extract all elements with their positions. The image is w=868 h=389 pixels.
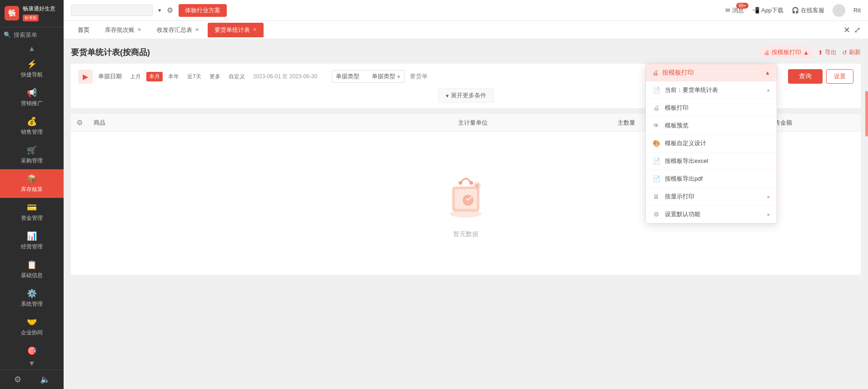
template-print-label: 模板打印 xyxy=(665,104,688,112)
sidebar-item-label: 资金管理 xyxy=(21,214,43,222)
export-btn[interactable]: ⬆ 导出 xyxy=(818,48,837,56)
chevron-up-icon: ▲ xyxy=(803,49,809,56)
template-custom-label: 模板自定义设计 xyxy=(665,139,706,147)
sidebar-search[interactable]: 🔍 搜索菜单 xyxy=(0,27,64,43)
sidebar-item-label: 企业协同 xyxy=(21,329,43,337)
page-header: 要货单统计表(按商品) 🖨 按模板打印 ▲ ⬆ 导出 ↺ 刷新 xyxy=(71,46,861,58)
expand-btn[interactable]: ▾ 展开更多条件 xyxy=(438,88,494,103)
sidebar-item-marketing[interactable]: 📢 营销推广 xyxy=(0,83,64,112)
dropdown-item-template-excel[interactable]: 📄 按模板导出excel xyxy=(646,152,777,170)
sidebar-item-system[interactable]: ⚙️ 系统管理 xyxy=(0,284,64,313)
operation-icon: 📊 xyxy=(27,231,37,241)
sidebar-item-inventory[interactable]: 📦 库存核算 xyxy=(0,169,64,198)
tab-expand-icon[interactable]: ⤢ xyxy=(854,25,861,35)
date-range-text: 2023-06-01 至 2023-06-30 xyxy=(253,73,317,81)
printer-icon: 🖨 xyxy=(764,49,770,56)
app-download-btn[interactable]: 📲 App下载 xyxy=(752,6,783,15)
avatar[interactable] xyxy=(833,4,845,17)
set-default-label: 设置默认功能 xyxy=(665,210,700,218)
sidebar-bottom: ⚙ 🔈 xyxy=(0,369,64,389)
dropdown-set-default[interactable]: ⚙ 设置默认功能 ▸ xyxy=(646,206,777,223)
messages-badge: 99+ xyxy=(736,3,748,9)
tab-home[interactable]: 首页 xyxy=(71,23,96,37)
display-print-chevron: ▸ xyxy=(768,194,770,200)
sidebar-item-label: 系统管理 xyxy=(21,300,43,308)
tab-order-summary-close[interactable]: ✕ xyxy=(253,27,257,33)
date-btn-this-month[interactable]: 本月 xyxy=(146,72,163,81)
sidebar-item-shortcut[interactable]: ⚡ 快捷导航 xyxy=(0,55,64,83)
settings-bottom-icon[interactable]: ⚙ xyxy=(14,374,21,384)
dropdown-item-template-preview[interactable]: 👁 模板预览 xyxy=(646,117,777,135)
dropdown-display-print[interactable]: 🖥 按显示打印 ▸ xyxy=(646,188,777,206)
date-btn-7days[interactable]: 近7天 xyxy=(185,72,204,81)
set-default-icon: ⚙ xyxy=(652,211,660,218)
messages-btn[interactable]: ✉ 消息 99+ xyxy=(725,6,744,15)
sidebar-item-label: 库存核算 xyxy=(21,186,43,193)
tab-close-all-icon[interactable]: ✕ xyxy=(843,25,850,35)
dropdown-header[interactable]: 🖨 按模板打印 ▲ xyxy=(646,64,777,81)
tabs-bar: 首页 库存批次账 ✕ 收发存汇总表 ✕ 要货单统计表 ✕ ✕ ⤢ xyxy=(64,21,868,39)
tab-receipt-summary[interactable]: 收发存汇总表 ✕ xyxy=(150,23,206,37)
dropdown-current-label: 当前：要货单统计表 xyxy=(665,86,718,94)
sidebar-item-operation[interactable]: 📊 经营管理 xyxy=(0,227,64,255)
sidebar-item-purchase[interactable]: 🛒 采购管理 xyxy=(0,141,64,169)
dropdown-item-template-print[interactable]: 🖨 模板打印 xyxy=(646,99,777,117)
header-search-input[interactable] xyxy=(71,5,153,16)
tab-inventory-batch[interactable]: 库存批次账 ✕ xyxy=(98,23,148,37)
display-print-icon: 🖥 xyxy=(652,193,660,200)
page-title: 要货单统计表(按商品) xyxy=(71,47,150,58)
template-excel-label: 按模板导出excel xyxy=(665,157,708,165)
date-btn-this-year[interactable]: 本年 xyxy=(165,72,182,81)
app-logo-icon: 畅 xyxy=(5,6,19,20)
filter-toggle-btn[interactable]: ▶ xyxy=(78,70,93,84)
filter-dates: 上月 本月 本年 近7天 更多 自定义 xyxy=(127,72,248,81)
col-product-header: 商品 xyxy=(94,119,394,127)
template-pdf-label: 按模板导出pdf xyxy=(665,175,703,183)
sidebar-item-sales[interactable]: 💰 销售管理 xyxy=(0,112,64,141)
sidebar: 畅 畅康通好生意 标准版 🔍 搜索菜单 ▲ ⚡ 快捷导航 📢 营销推广 💰 销售… xyxy=(0,0,64,389)
tab-receipt-summary-close[interactable]: ✕ xyxy=(195,27,199,33)
export-icon: ⬆ xyxy=(818,49,823,56)
empty-state-icon xyxy=(439,168,493,223)
date-btn-last-month[interactable]: 上月 xyxy=(127,72,144,81)
resize-handle[interactable] xyxy=(865,91,868,136)
online-service-btn[interactable]: 🎧 在线客服 xyxy=(792,6,824,15)
dropdown-title: 按模板打印 xyxy=(662,69,694,77)
message-icon: ✉ xyxy=(725,7,730,14)
system-icon: ⚙️ xyxy=(27,288,37,298)
header-dropdown-btn[interactable]: ▾ xyxy=(158,7,161,14)
template-excel-icon: 📄 xyxy=(652,157,660,165)
tab-order-summary[interactable]: 要货单统计表 ✕ xyxy=(208,23,264,37)
sidebar-item-collab[interactable]: 🤝 企业协同 xyxy=(0,313,64,341)
header-actions: ✉ 消息 99+ 📲 App下载 🎧 在线客服 Rit xyxy=(725,4,861,17)
header-gear-icon[interactable]: ⚙ xyxy=(167,6,173,15)
date-btn-custom[interactable]: 自定义 xyxy=(226,72,248,81)
col-settings[interactable]: ⚙ xyxy=(76,118,90,127)
sidebar-item-finance[interactable]: 💳 资金管理 xyxy=(0,198,64,227)
refresh-btn[interactable]: ↺ 刷新 xyxy=(842,48,861,56)
purchase-icon: 🛒 xyxy=(27,145,37,155)
export-label: 导出 xyxy=(825,48,837,56)
finance-icon: 💳 xyxy=(27,202,37,212)
col-unit-header: 主计量单位 xyxy=(398,119,548,127)
dropdown-item-template-custom[interactable]: 🎨 模板自定义设计 xyxy=(646,135,777,152)
speaker-icon[interactable]: 🔈 xyxy=(40,374,50,384)
sidebar-item-basic[interactable]: 📋 基础信息 xyxy=(0,255,64,284)
print-template-btn[interactable]: 🖨 按模板打印 ▲ xyxy=(760,46,813,58)
tab-inventory-batch-close[interactable]: ✕ xyxy=(137,27,141,33)
trial-btn[interactable]: 体验行业方案 xyxy=(179,4,227,17)
sidebar-item-label: 经营管理 xyxy=(21,243,43,251)
order-type-select[interactable]: 单据类型 单据类型 ▾ xyxy=(332,70,404,83)
sidebar-item-guide[interactable]: 🎯 新手引导 xyxy=(0,341,64,358)
date-btn-more[interactable]: 更多 xyxy=(207,72,223,81)
dropdown-close-chevron[interactable]: ▲ xyxy=(765,70,770,76)
query-btn[interactable]: 查询 xyxy=(788,69,823,84)
sidebar-scroll-up[interactable]: ▲ xyxy=(0,43,64,55)
dropdown-item-template-pdf[interactable]: 📄 按模板导出pdf xyxy=(646,170,777,188)
settings-btn[interactable]: 设置 xyxy=(826,69,853,84)
dropdown-current-item[interactable]: 📄 当前：要货单统计表 ▸ xyxy=(646,81,777,99)
chevron-right-icon: ▶ xyxy=(83,72,88,81)
svg-point-3 xyxy=(459,181,462,185)
sidebar-scroll-down[interactable]: ▼ xyxy=(0,358,64,369)
chevron-down-icon: ▾ xyxy=(397,73,400,80)
